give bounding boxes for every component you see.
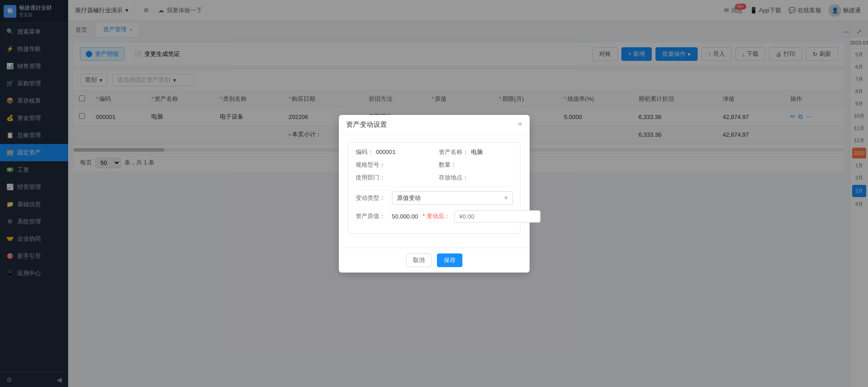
after-change-input[interactable] [454,210,541,223]
field-asset-name: 资产名称： 电脑 [439,148,513,156]
change-type-row: 变动类型： 原值变动 ▾ [356,191,513,205]
code-label: 编码： [356,148,373,156]
modal-title: 资产变动设置 [346,120,387,129]
cancel-button[interactable]: 取消 [406,253,432,267]
modal-close-button[interactable]: × [518,120,522,129]
quantity-label: 数量： [439,161,456,169]
modal-header: 资产变动设置 × [339,115,530,135]
spec-label: 规格型号： [356,161,385,169]
modal-divider [356,186,513,187]
change-type-dropdown-icon: ▾ [505,194,508,201]
field-code: 编码： 000001 [356,148,430,156]
modal-row-1: 编码： 000001 资产名称： 电脑 [356,148,513,156]
asset-change-modal: 资产变动设置 × 编码： 000001 资产名称： 电脑 规格型号： [339,115,530,273]
code-value: 000001 [376,149,396,155]
department-label: 使用部门： [356,174,385,182]
save-button[interactable]: 保存 [437,253,462,267]
field-spec: 规格型号： [356,161,430,169]
field-department: 使用部门： [356,174,430,182]
modal-body: 编码： 000001 资产名称： 电脑 规格型号： 数量： [339,135,530,248]
original-value-display: 50,000.00 [392,213,418,220]
asset-name-label: 资产名称： [439,148,468,156]
modal-row-2: 规格型号： 数量： [356,161,513,169]
modal-footer: 取消 保存 [339,248,530,273]
change-type-select[interactable]: 原值变动 ▾ [392,191,513,205]
field-location: 存放地点： [439,174,513,182]
location-label: 存放地点： [439,174,468,182]
field-quantity: 数量： [439,161,513,169]
asset-name-value: 电脑 [471,148,483,156]
modal-info-section: 编码： 000001 资产名称： 电脑 规格型号： 数量： [348,142,521,234]
after-change-label: * 变动后： [422,212,450,220]
change-type-label: 变动类型： [356,194,387,202]
original-value-label: 资产原值： [356,212,387,220]
modal-overlay: 资产变动设置 × 编码： 000001 资产名称： 电脑 规格型号： [0,0,868,387]
original-value-row: 资产原值： 50,000.00 * 变动后： [356,210,513,223]
change-type-value: 原值变动 [397,194,421,202]
modal-row-3: 使用部门： 存放地点： [356,174,513,182]
